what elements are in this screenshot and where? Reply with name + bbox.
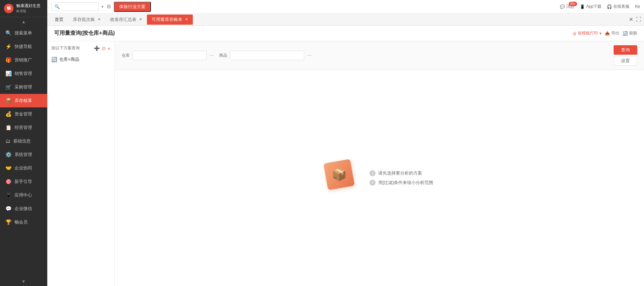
- sidebar-item-label: 库存核算: [15, 98, 32, 104]
- app-title-block: 畅康通好生意 标准版: [16, 3, 41, 14]
- topbar-search-box[interactable]: 🔍: [51, 2, 99, 11]
- sidebar-item-newbie[interactable]: 🎯 新手引导: [0, 175, 47, 188]
- app-subtitle: 标准版: [16, 9, 41, 14]
- export-btn[interactable]: 📤 导出: [605, 30, 619, 36]
- sidebar-item-label: 应用中心: [15, 192, 32, 198]
- goods-input[interactable]: [230, 51, 304, 60]
- main-panel: 仓库 ··· 商品 ··· 查询 设置: [115, 41, 644, 286]
- page-title: 可用量查询(按仓库+商品): [54, 30, 115, 37]
- sidebar-item-enterprise[interactable]: 🤝 企业协同: [0, 161, 47, 175]
- filter-header-label: 按以下方案查询: [51, 45, 80, 51]
- message-badge: 99+: [569, 2, 577, 6]
- sidebar-item-sales[interactable]: 📊 销售管理: [0, 67, 47, 80]
- trophy-icon: 🏆: [5, 219, 12, 225]
- topbar-app-download-btn[interactable]: 📱 App下载: [580, 4, 601, 9]
- tip-text-1: 请先选择要分析的方案: [378, 170, 422, 176]
- sidebar-item-purchase[interactable]: 🛒 采购管理: [0, 80, 47, 94]
- sidebar-item-vip[interactable]: 🏆 畅会员: [0, 215, 47, 229]
- filter-add-btn[interactable]: ➕: [94, 46, 100, 51]
- target-icon: 🎯: [5, 179, 12, 185]
- topbar-trial-button[interactable]: 体验行业方案: [114, 2, 151, 12]
- settings-button[interactable]: 设置: [614, 56, 637, 66]
- topbar-gear-icon[interactable]: ⚙: [106, 3, 111, 10]
- query-button[interactable]: 查询: [614, 45, 637, 55]
- filter-settings-btn[interactable]: ⊙: [102, 46, 106, 51]
- tip-text-2: 用[过滤]条件来缩小分析范围: [378, 180, 433, 186]
- tabs-actions: ✕ ⛶: [629, 16, 641, 23]
- tabs-close-all-btn[interactable]: ✕: [629, 16, 633, 23]
- sidebar-item-operations[interactable]: 📋 经营管理: [0, 121, 47, 134]
- goods-label: 商品: [219, 53, 227, 58]
- warehouse-more-btn[interactable]: ···: [209, 52, 214, 58]
- sidebar-scroll-up[interactable]: ▲: [0, 17, 47, 26]
- tabs-bar: 首页 库存批次账 ✕ 收发存汇总表 ✕ 可用量库存账本 ✕ ✕ ⛶: [47, 14, 644, 26]
- sidebar-item-finance[interactable]: 💰 资金管理: [0, 107, 47, 121]
- sidebar-item-system[interactable]: ⚙️ 系统管理: [0, 148, 47, 161]
- filter-header: 按以下方案查询 ➕ ⊙ «: [47, 45, 114, 54]
- sidebar-item-label: 资金管理: [15, 111, 32, 117]
- tab-inventory-batch[interactable]: 库存批次账 ✕: [68, 15, 105, 25]
- tab-close-available-stock[interactable]: ✕: [185, 17, 188, 22]
- query-buttons: 查询 设置: [614, 45, 637, 66]
- tab-close-stock-summary[interactable]: ✕: [139, 17, 142, 22]
- print-icon: 🖨: [572, 31, 576, 36]
- message-icon: 💬: [560, 4, 565, 9]
- gift-icon: 🎁: [5, 57, 12, 63]
- sidebar-item-label: 经营管理: [15, 125, 32, 131]
- filter-panel: 按以下方案查询 ➕ ⊙ « 🔄 仓库+商品: [47, 41, 115, 286]
- tab-available-stock[interactable]: 可用量库存账本 ✕: [147, 15, 193, 25]
- empty-illustration: [326, 161, 359, 195]
- search-icon: 🔍: [5, 30, 12, 36]
- phone-icon: 📱: [5, 192, 12, 198]
- empty-tip-2: 2 用[过滤]条件来缩小分析范围: [369, 180, 433, 186]
- goods-more-btn[interactable]: ···: [307, 52, 311, 58]
- tabs-expand-btn[interactable]: ⛶: [636, 16, 641, 23]
- empty-state: 1 请先选择要分析的方案 2 用[过滤]条件来缩小分析范围: [115, 70, 644, 286]
- tip-num-1: 1: [369, 170, 376, 176]
- sidebar-item-label: 企业协同: [15, 165, 32, 171]
- goods-field: 商品 ···: [219, 51, 311, 60]
- tab-home[interactable]: 首页: [50, 15, 68, 25]
- page-actions: 🖨 按模板打印 ▾ 📤 导出 🔄 刷新: [572, 30, 637, 36]
- topbar-dropdown-icon[interactable]: ▾: [101, 4, 104, 9]
- print-dropdown-icon[interactable]: ▾: [599, 31, 601, 36]
- topbar-search-input[interactable]: [61, 4, 95, 9]
- headset-icon: 🎧: [607, 4, 612, 9]
- topbar-service-btn[interactable]: 🎧 在线客服: [607, 4, 629, 9]
- money-icon: 💰: [5, 111, 12, 117]
- sidebar-item-inventory[interactable]: 📦 库存核算: [0, 94, 47, 107]
- tab-stock-summary[interactable]: 收发存汇总表 ✕: [105, 15, 147, 25]
- clipboard-icon: 📋: [5, 125, 12, 131]
- sidebar-item-basic[interactable]: 🗂 基础信息: [0, 134, 47, 148]
- cart-icon: 🛒: [5, 84, 12, 90]
- refresh-btn[interactable]: 🔄 刷新: [623, 30, 637, 36]
- sidebar-item-appstore[interactable]: 📱 应用中心: [0, 188, 47, 202]
- tip-num-2: 2: [369, 180, 376, 186]
- sidebar-item-label: 营销推广: [15, 57, 32, 63]
- topbar-user-info[interactable]: Rit: [635, 4, 640, 9]
- sidebar-item-wxwork[interactable]: 💬 企业微信: [0, 202, 47, 215]
- topbar: 🔍 ▾ ⚙ 体验行业方案 💬 消息 99+ 📱 App下载 🎧 在线客服 Rit: [47, 0, 644, 14]
- topbar-message-btn[interactable]: 💬 消息 99+: [560, 4, 574, 9]
- filter-item-label: 仓库+商品: [59, 56, 79, 62]
- sidebar-item-label: 系统管理: [15, 152, 32, 158]
- sidebar-item-label: 畅会员: [15, 219, 28, 225]
- main-area: 🔍 ▾ ⚙ 体验行业方案 💬 消息 99+ 📱 App下载 🎧 在线客服 Rit: [47, 0, 644, 286]
- filter-item-icon: 🔄: [51, 57, 57, 62]
- sidebar-scroll-down[interactable]: ▼: [0, 277, 47, 286]
- filter-collapse-btn[interactable]: «: [108, 46, 110, 51]
- sidebar-item-marketing[interactable]: 🎁 营销推广: [0, 53, 47, 67]
- topbar-search-icon: 🔍: [54, 4, 60, 9]
- app-title: 畅康通好生意: [16, 3, 41, 9]
- filter-item-warehouse-goods[interactable]: 🔄 仓库+商品: [47, 54, 114, 65]
- phone-download-icon: 📱: [580, 4, 585, 9]
- warehouse-input[interactable]: [132, 51, 207, 60]
- folder-icon: 🗂: [5, 138, 10, 144]
- content-area: 按以下方案查询 ➕ ⊙ « 🔄 仓库+商品 仓库 ···: [47, 41, 644, 286]
- tab-close-inventory-batch[interactable]: ✕: [98, 17, 101, 22]
- sidebar-item-search[interactable]: 🔍 搜索菜单: [0, 26, 47, 40]
- print-btn[interactable]: 🖨 按模板打印 ▾: [572, 30, 601, 36]
- sidebar-item-label: 采购管理: [15, 84, 32, 90]
- sidebar-item-label: 企业微信: [15, 206, 32, 212]
- sidebar-item-shortcut[interactable]: ⚡ 快捷导航: [0, 40, 47, 53]
